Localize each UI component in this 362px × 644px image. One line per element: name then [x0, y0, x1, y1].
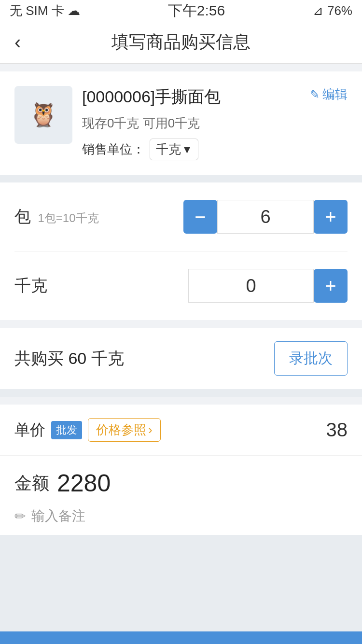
kilogram-plus-button[interactable]: + [314, 269, 348, 303]
total-row: 共购买 60 千克 录批次 [0, 328, 362, 389]
status-left: 无 SIM 卡 ☁ [10, 2, 80, 19]
product-image: 🦉 [14, 86, 72, 144]
total-text: 共购买 60 千克 [14, 348, 124, 370]
confirm-button[interactable]: 确定 [0, 631, 362, 644]
price-label: 单价 [14, 420, 45, 441]
total-unit: 千克 [91, 349, 124, 367]
price-row: 单价 批发 价格参照 › 38 [14, 418, 348, 442]
unit-value: 千克 [156, 141, 181, 158]
product-unit-row: 销售单位： 千克 ▾ [82, 139, 348, 160]
price-label-group: 单价 批发 价格参照 › [14, 418, 161, 442]
status-right: ⊿ 76% [313, 3, 352, 18]
kilogram-label-group: 千克 [14, 275, 47, 297]
total-prefix: 共购买 [14, 349, 64, 367]
package-quantity-input[interactable] [217, 200, 314, 234]
total-amount: 60 [68, 349, 91, 367]
price-ref-chevron-icon: › [148, 422, 153, 437]
package-hint: 1包=10千克 [38, 211, 98, 224]
back-button[interactable]: ‹ [14, 31, 21, 53]
unit-chevron-icon: ▾ [184, 142, 190, 157]
sim-status: 无 SIM 卡 ☁ [10, 2, 80, 19]
amount-value: 2280 [57, 469, 111, 497]
price-ref-button[interactable]: 价格参照 › [88, 418, 161, 442]
battery-icon: ⊿ [313, 3, 323, 18]
edit-icon: ✎ [310, 88, 320, 101]
nav-bar: ‹ 填写商品购买信息 [0, 21, 362, 64]
price-badge: 批发 [51, 421, 82, 439]
package-row: 包 1包=10千克 − + [14, 182, 348, 252]
kilogram-label: 千克 [14, 276, 47, 294]
status-time: 下午2:56 [168, 1, 225, 21]
amount-section: 金额 2280 ✏ 输入备注 [0, 456, 362, 535]
price-ref-label: 价格参照 [96, 421, 146, 438]
remark-row[interactable]: ✏ 输入备注 [14, 507, 348, 525]
product-thumbnail: 🦉 [29, 101, 58, 128]
content-area [0, 535, 362, 631]
package-label-group: 包 1包=10千克 [14, 206, 99, 228]
input-section: 包 1包=10千克 − + 千克 + [0, 182, 362, 320]
product-name: [0000006]手撕面包 [82, 86, 348, 108]
kilogram-row: 千克 + [14, 252, 348, 320]
amount-row: 金额 2280 [14, 469, 348, 497]
divider-2 [0, 389, 362, 397]
product-card: 🦉 [0000006]手撕面包 现存0千克 可用0千克 销售单位： 千克 ▾ ✎… [0, 71, 362, 175]
page-title: 填写商品购买信息 [111, 30, 251, 54]
amount-label: 金额 [14, 472, 49, 495]
kilogram-quantity-control: + [188, 269, 348, 303]
package-plus-button[interactable]: + [314, 200, 348, 234]
battery-level: 76% [327, 3, 352, 18]
price-value: 38 [326, 419, 348, 441]
package-label: 包 [14, 207, 31, 225]
unit-select[interactable]: 千克 ▾ [150, 139, 198, 160]
price-section: 单价 批发 价格参照 › 38 [0, 405, 362, 456]
edit-button[interactable]: ✎ 编辑 [310, 86, 348, 103]
package-quantity-control: − + [183, 200, 348, 234]
edit-label: 编辑 [322, 86, 348, 103]
product-info: [0000006]手撕面包 现存0千克 可用0千克 销售单位： 千克 ▾ [82, 86, 348, 160]
package-minus-button[interactable]: − [183, 200, 217, 234]
remark-placeholder: 输入备注 [31, 507, 85, 525]
product-stock: 现存0千克 可用0千克 [82, 115, 348, 132]
divider-1 [0, 175, 362, 182]
status-bar: 无 SIM 卡 ☁ 下午2:56 ⊿ 76% [0, 0, 362, 21]
batch-button[interactable]: 录批次 [274, 341, 348, 376]
unit-label: 销售单位： [82, 141, 145, 158]
pencil-icon: ✏ [14, 508, 26, 524]
kilogram-quantity-input[interactable] [188, 269, 314, 303]
